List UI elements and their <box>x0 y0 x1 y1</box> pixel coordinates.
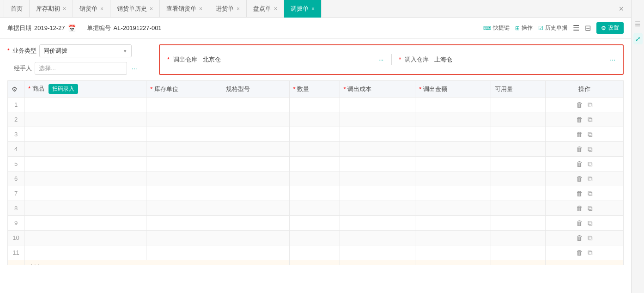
row-product-11[interactable] <box>24 245 146 260</box>
row-cost-5[interactable] <box>340 157 415 171</box>
handler-more-button[interactable]: ··· <box>132 65 137 72</box>
row-cost-7[interactable] <box>340 186 415 201</box>
row-delete-icon-2[interactable]: 🗑 <box>576 116 583 123</box>
tab-transfer[interactable]: 调拨单 × <box>284 0 322 18</box>
tab-view-sales[interactable]: 查看销货单 × <box>160 0 209 18</box>
row-product-5[interactable] <box>24 157 146 171</box>
handler-select[interactable]: 选择... <box>35 62 127 75</box>
row-copy-icon-5[interactable]: ⧉ <box>588 160 593 168</box>
row-product-7[interactable] <box>24 186 146 201</box>
history-action[interactable]: ☑ 历史单据 <box>538 24 567 32</box>
row-amount-9[interactable] <box>415 216 491 231</box>
row-quantity-9[interactable] <box>289 216 340 231</box>
row-product-3[interactable] <box>24 127 146 142</box>
row-amount-7[interactable] <box>415 186 491 201</box>
settings-button[interactable]: ⚙ 设置 <box>596 22 624 34</box>
tab-inventory-init[interactable]: 库存期初 × <box>30 0 73 18</box>
row-copy-icon-2[interactable]: ⧉ <box>588 116 593 124</box>
row-quantity-3[interactable] <box>289 127 340 142</box>
row-cost-2[interactable] <box>340 112 415 127</box>
row-product-10[interactable] <box>24 231 146 245</box>
row-cost-11[interactable] <box>340 245 415 260</box>
row-delete-icon-6[interactable]: 🗑 <box>576 175 583 183</box>
row-delete-icon-10[interactable]: 🗑 <box>576 234 583 242</box>
layout1-action[interactable]: ☰ <box>573 24 579 32</box>
tab-sales-order-close[interactable]: × <box>100 6 103 12</box>
row-product-9[interactable] <box>24 216 146 231</box>
tab-sales-history[interactable]: 销货单历史 × <box>110 0 160 18</box>
row-delete-icon-1[interactable]: 🗑 <box>576 101 583 109</box>
row-delete-icon-9[interactable]: 🗑 <box>576 219 583 227</box>
row-copy-icon-6[interactable]: ⧉ <box>588 175 593 183</box>
row-product-2[interactable] <box>24 112 146 127</box>
row-copy-icon-3[interactable]: ⧉ <box>588 130 593 139</box>
row-delete-icon-5[interactable]: 🗑 <box>576 160 583 168</box>
row-delete-icon-11[interactable]: 🗑 <box>576 249 583 256</box>
layout2-action[interactable]: ⊟ <box>585 24 591 32</box>
warehouse-in-more[interactable]: ··· <box>610 56 615 63</box>
row-quantity-5[interactable] <box>289 157 340 171</box>
row-product-8[interactable] <box>24 201 146 216</box>
warehouse-out-more[interactable]: ··· <box>378 56 384 63</box>
shortcut-action[interactable]: ⌨ 快捷键 <box>483 24 510 32</box>
row-delete-icon-7[interactable]: 🗑 <box>576 189 583 197</box>
table-gear-icon[interactable]: ⚙ <box>12 85 18 93</box>
sidebar-expand-icon[interactable]: ⤢ <box>633 33 643 44</box>
row-cost-9[interactable] <box>340 216 415 231</box>
tab-sales-order[interactable]: 销货单 × <box>73 0 110 18</box>
sidebar-list-icon[interactable]: ☰ <box>633 18 643 30</box>
row-amount-6[interactable] <box>415 171 491 186</box>
row-amount-3[interactable] <box>415 127 491 142</box>
row-amount-4[interactable] <box>415 142 491 157</box>
row-quantity-7[interactable] <box>289 186 340 201</box>
scan-button[interactable]: 扫码录入 <box>49 84 78 94</box>
row-product-6[interactable] <box>24 171 146 186</box>
row-amount-1[interactable] <box>415 98 491 112</box>
row-copy-icon-4[interactable]: ⧉ <box>588 145 593 153</box>
row-cost-10[interactable] <box>340 231 415 245</box>
row-copy-icon-8[interactable]: ⧉ <box>588 204 593 213</box>
row-product-1[interactable] <box>24 98 146 112</box>
row-quantity-1[interactable] <box>289 98 340 112</box>
tab-purchase-order[interactable]: 进货单 × <box>209 0 247 18</box>
row-delete-icon-8[interactable]: 🗑 <box>576 204 583 212</box>
th-settings[interactable]: ⚙ <box>8 81 24 98</box>
tab-purchase-order-close[interactable]: × <box>237 6 240 12</box>
tab-sales-history-close[interactable]: × <box>150 6 153 12</box>
row-copy-icon-10[interactable]: ⧉ <box>588 234 593 242</box>
row-quantity-8[interactable] <box>289 201 340 216</box>
row-delete-icon-4[interactable]: 🗑 <box>576 145 583 153</box>
row-quantity-2[interactable] <box>289 112 340 127</box>
row-copy-icon-1[interactable]: ⧉ <box>588 101 593 109</box>
row-cost-4[interactable] <box>340 142 415 157</box>
row-cost-1[interactable] <box>340 98 415 112</box>
calendar-icon[interactable]: 📅 <box>68 24 76 32</box>
tab-inventory-init-close[interactable]: × <box>63 6 66 12</box>
table-container[interactable]: ⚙ * 商品 扫码录入 * 库存单位 规格型号 <box>7 80 624 265</box>
row-quantity-10[interactable] <box>289 231 340 245</box>
row-copy-icon-11[interactable]: ⧉ <box>588 249 593 257</box>
row-copy-icon-9[interactable]: ⧉ <box>588 219 593 227</box>
tab-stocktake-close[interactable]: × <box>274 6 277 12</box>
row-delete-icon-3[interactable]: 🗑 <box>576 130 583 138</box>
operation-action[interactable]: ⊞ 操作 <box>515 24 533 32</box>
row-amount-5[interactable] <box>415 157 491 171</box>
window-close-button[interactable]: × <box>615 4 627 14</box>
row-quantity-4[interactable] <box>289 142 340 157</box>
row-cost-3[interactable] <box>340 127 415 142</box>
row-cost-8[interactable] <box>340 201 415 216</box>
row-cost-6[interactable] <box>340 171 415 186</box>
row-amount-11[interactable] <box>415 245 491 260</box>
row-quantity-6[interactable] <box>289 171 340 186</box>
business-type-select[interactable]: 同价调拨 ▼ <box>39 44 132 57</box>
row-copy-icon-7[interactable]: ⧉ <box>588 189 593 198</box>
tab-home[interactable]: 首页 <box>4 0 30 18</box>
tab-stocktake[interactable]: 盘点单 × <box>247 0 284 18</box>
row-quantity-11[interactable] <box>289 245 340 260</box>
row-product-4[interactable] <box>24 142 146 157</box>
tab-view-sales-close[interactable]: × <box>199 6 202 12</box>
row-amount-2[interactable] <box>415 112 491 127</box>
row-amount-8[interactable] <box>415 201 491 216</box>
tab-transfer-close[interactable]: × <box>311 6 315 12</box>
row-amount-10[interactable] <box>415 231 491 245</box>
